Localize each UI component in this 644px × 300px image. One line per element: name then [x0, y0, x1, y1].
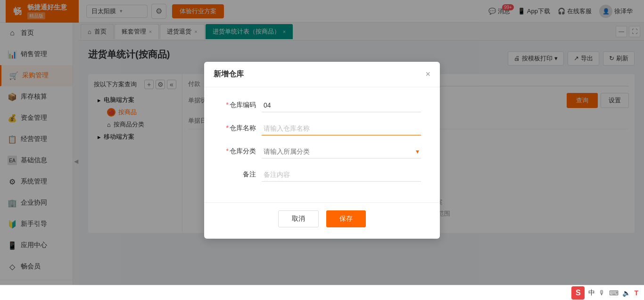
warehouse-category-label: *仓库分类 — [223, 147, 256, 156]
save-button[interactable]: 保存 — [326, 210, 366, 227]
add-warehouse-modal: 新增仓库 × *仓库编码 *仓库名称 *仓库分类 — [204, 62, 440, 239]
status-bar: S 中 🎙 ⌨ 🔈 T — [0, 285, 644, 300]
status-bar-right: S 中 🎙 ⌨ 🔈 T — [571, 286, 638, 300]
remark-row: 备注 — [223, 168, 421, 182]
cancel-button[interactable]: 取消 — [278, 210, 319, 227]
t-icon: T — [634, 289, 638, 297]
s-logo-icon: S — [571, 286, 585, 300]
dropdown-arrow-icon: ▾ — [416, 148, 419, 155]
modal-title: 新增仓库 — [214, 69, 244, 79]
warehouse-category-wrapper: ▾ — [262, 145, 421, 158]
mic-icon: 🎙 — [599, 289, 605, 297]
remark-label: 备注 — [223, 170, 256, 179]
remark-input[interactable] — [262, 168, 421, 182]
warehouse-name-label: *仓库名称 — [223, 124, 256, 133]
filter-icon: 🔈 — [622, 289, 630, 297]
warehouse-category-row: *仓库分类 ▾ — [223, 145, 421, 158]
warehouse-code-label: *仓库编码 — [223, 101, 256, 109]
modal-header: 新增仓库 × — [204, 62, 440, 87]
chinese-status-icon: 中 — [588, 289, 595, 297]
modal-body: *仓库编码 *仓库名称 *仓库分类 ▾ — [204, 87, 440, 202]
warehouse-code-input[interactable] — [262, 99, 421, 112]
warehouse-category-input[interactable] — [262, 145, 421, 158]
warehouse-name-row: *仓库名称 — [223, 122, 421, 135]
warehouse-code-row: *仓库编码 — [223, 99, 421, 112]
modal-footer: 取消 保存 — [204, 202, 440, 239]
modal-overlay: 新增仓库 × *仓库编码 *仓库名称 *仓库分类 — [0, 0, 644, 300]
warehouse-name-input[interactable] — [262, 122, 421, 135]
modal-close-button[interactable]: × — [425, 70, 430, 78]
keyboard-icon: ⌨ — [609, 289, 619, 297]
